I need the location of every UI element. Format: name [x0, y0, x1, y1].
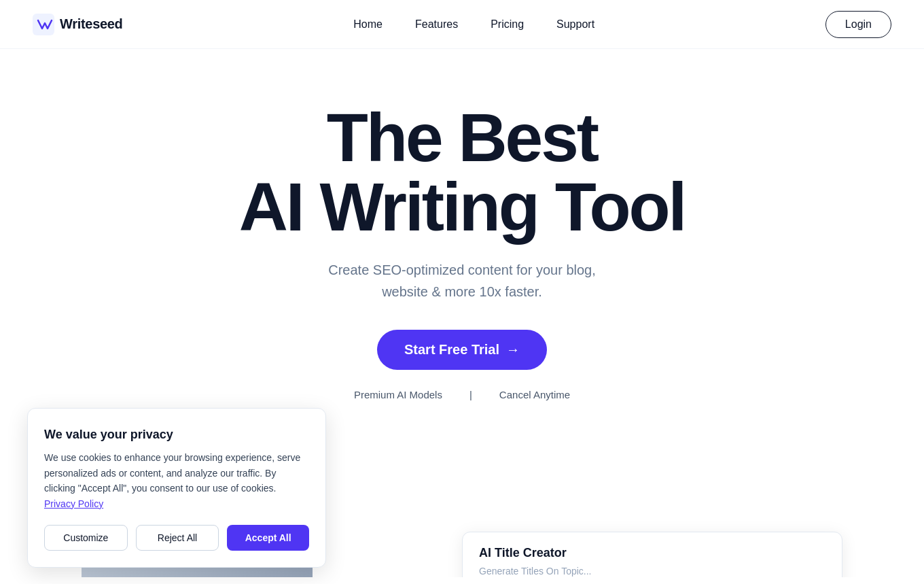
hero-cta-area: Start Free Trial →: [33, 330, 891, 370]
privacy-policy-link[interactable]: Privacy Policy: [44, 498, 103, 509]
nav-home[interactable]: Home: [353, 18, 383, 30]
feature-divider: |: [469, 389, 472, 400]
accept-all-button[interactable]: Accept All: [227, 525, 309, 551]
hero-features: Premium AI Models | Cancel Anytime: [33, 389, 891, 400]
nav-features[interactable]: Features: [415, 18, 458, 30]
logo[interactable]: Writeseed: [33, 14, 123, 35]
hero-subtitle-line2: website & more 10x faster.: [382, 284, 542, 299]
hero-title-line2: AI Writing Tool: [33, 171, 891, 243]
hero-section: The Best AI Writing Tool Create SEO-opti…: [0, 49, 924, 441]
nav-links: Home Features Pricing Support: [353, 18, 594, 31]
cookie-banner: We value your privacy We use cookies to …: [27, 408, 326, 568]
feature-cancel: Cancel Anytime: [499, 389, 570, 400]
hero-title-line1: The Best: [33, 103, 891, 171]
hero-title: The Best AI Writing Tool: [33, 103, 891, 243]
cookie-body: We use cookies to enhance your browsing …: [44, 450, 309, 511]
cookie-body-text: We use cookies to enhance your browsing …: [44, 452, 300, 494]
preview-card-title: AI Title Creator: [479, 546, 825, 560]
feature-premium-ai: Premium AI Models: [354, 389, 442, 400]
preview-card-subtitle: Generate Titles On Topic...: [479, 566, 825, 577]
hero-subtitle-line1: Create SEO-optimized content for your bl…: [328, 262, 596, 277]
navbar: Writeseed Home Features Pricing Support …: [0, 0, 924, 49]
ai-title-creator-card: AI Title Creator Generate Titles On Topi…: [462, 532, 842, 577]
nav-support[interactable]: Support: [556, 18, 594, 30]
hero-subtitle: Create SEO-optimized content for your bl…: [33, 259, 891, 303]
cookie-buttons: Customize Reject All Accept All: [44, 525, 309, 551]
login-button[interactable]: Login: [825, 11, 891, 38]
arrow-icon: →: [506, 342, 520, 358]
reject-all-button[interactable]: Reject All: [136, 525, 219, 551]
writeseed-logo-icon: [33, 14, 54, 35]
cookie-title: We value your privacy: [44, 428, 309, 442]
start-trial-button[interactable]: Start Free Trial →: [377, 330, 547, 370]
customize-button[interactable]: Customize: [44, 525, 128, 551]
nav-pricing[interactable]: Pricing: [491, 18, 524, 30]
brand-name: Writeseed: [60, 16, 123, 32]
start-trial-label: Start Free Trial: [404, 342, 499, 358]
